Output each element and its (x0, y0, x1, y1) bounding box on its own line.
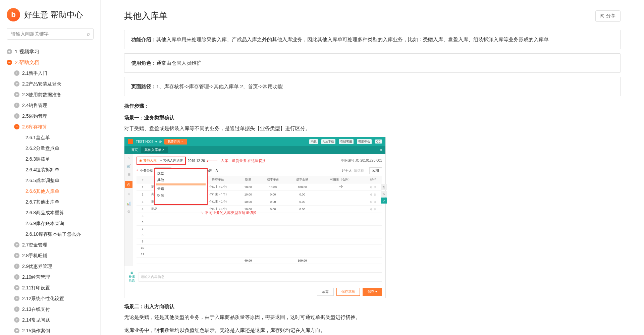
dropdown-icon: ▾ (155, 140, 157, 144)
plus-icon: + (14, 253, 19, 258)
scene1-text: 对于受赠、盘盈或是拆装入库等不同的业务，是通过单据头【业务类型】进行区分。 (124, 124, 621, 133)
nav-item[interactable]: +2.3使用前数据准备 (7, 89, 94, 100)
nav-item[interactable]: 2.6.7其他出库单 (7, 197, 94, 207)
stock-icon: ◷ (125, 181, 132, 188)
search-icon[interactable]: ⌕ (87, 31, 90, 37)
nav-label: 2.6.10库存账本错了怎么办 (25, 229, 81, 239)
nav-label: 2.7资金管理 (22, 239, 47, 250)
ss-dropdown: 盘盈 其他 受赠 拆装 (154, 168, 208, 205)
nav-label: 2.12系统个性化设置 (22, 293, 64, 304)
nav-item[interactable]: +2.4销售管理 (7, 100, 94, 111)
share-icon: ⇱ (600, 13, 604, 19)
box-icon: ⊞ (127, 172, 130, 177)
ss-note1: 入库、退货业务 在这里切换 (221, 158, 266, 163)
nav-item[interactable]: +2.1新手入门 (7, 68, 94, 78)
nav-item[interactable]: 2.6.6其他入库单 (7, 186, 94, 197)
nav-item[interactable]: 2.6.4组装拆卸单 (7, 164, 94, 175)
plus-icon: + (14, 70, 19, 76)
nav-label: 2.4销售管理 (22, 100, 47, 111)
home-icon: ⌂ (128, 156, 130, 160)
plus-icon: + (14, 81, 19, 87)
ss-right-tools: ⇅ ✎ ⤢ (381, 184, 387, 204)
nav-item[interactable]: +2.14常见问题 (7, 315, 94, 325)
nav-label: 2.6.4组装拆卸单 (25, 164, 59, 175)
ss-memo: 请输入内容信息 (139, 272, 382, 282)
plus-icon: + (14, 274, 19, 280)
nav-label: 2.6.5成本调整单 (25, 175, 59, 186)
money-icon: ￥ (127, 192, 131, 197)
ss-logo-icon (128, 139, 133, 144)
plus-icon: + (14, 92, 19, 97)
nav-item[interactable]: +2.10经营管理 (7, 272, 94, 282)
share-button[interactable]: ⇱ 分享 (595, 10, 621, 22)
ss-save-button: 保存 ▾ (363, 288, 382, 296)
role-box: 使用角色：通常由仓管人员维护 (124, 53, 621, 73)
nav-item[interactable]: +2.9优惠券管理 (7, 261, 94, 272)
nav-label: 2.9优惠券管理 (22, 261, 52, 272)
steps-label: 操作步骤： (124, 103, 621, 109)
minus-icon: − (14, 124, 19, 129)
nav-item[interactable]: +1.视频学习 (7, 46, 94, 57)
tool-icon-2: ✎ (381, 191, 387, 197)
ss-msg: 消息 (309, 139, 318, 144)
nav-item[interactable]: 2.6.10库存账本错了怎么办 (7, 229, 94, 239)
nav-item[interactable]: +2.8手机旺铺 (7, 250, 94, 261)
nav-item[interactable]: +2.12系统个性化设置 (7, 293, 94, 304)
nav-label: 2.6库存核算 (22, 121, 47, 132)
radio-return-icon: ○ 其他入库退库 (160, 158, 183, 163)
intro-text: 其他入库单用来处理除采购入库、产成品入库之外的其他入库业务，因此其他入库单可处理… (156, 37, 549, 42)
nav-tree: +1.视频学习−2.帮助文档+2.1新手入门+2.2产品安装及登录+2.3使用前… (7, 46, 94, 335)
plus-icon: + (14, 103, 19, 108)
scene2-text1: 无论是受赠，还是其他类型的业务，由于入库商品质量等原因，需要退回，这时可通过单据… (124, 313, 621, 322)
nav-item[interactable]: −2.帮助文档 (7, 57, 94, 68)
nav-item[interactable]: +2.5采购管理 (7, 111, 94, 121)
ss-date: 2019-12-26 (188, 159, 205, 163)
nav-item[interactable]: +2.11打印设置 (7, 282, 94, 293)
nav-item[interactable]: −2.6库存核算 (7, 121, 94, 132)
scene2-text2: 退库业务中，明细数量均以负值红色展示。无论是入库还是退库，库存账均记在入库方向。 (124, 326, 621, 335)
tool-icon-1: ⇅ (381, 184, 387, 190)
plus-icon: + (7, 49, 12, 54)
logo: b 好生意 帮助中心 (7, 8, 94, 21)
refresh-icon: ⟳ (159, 140, 162, 144)
nav-item[interactable]: +2.2产品安装及登录 (7, 78, 94, 89)
plus-icon: + (14, 317, 19, 323)
ss-total-qty: 40.00 (238, 258, 258, 264)
search-input[interactable] (7, 28, 94, 40)
nav-item[interactable]: 2.6.8商品成本重算 (7, 207, 94, 218)
nav-item[interactable]: +2.7资金管理 (7, 239, 94, 250)
nav-item[interactable]: 2.6.9库存账本查询 (7, 218, 94, 229)
scene2-title: 场景二：出入方向确认 (124, 303, 621, 310)
ss-app: App下载 (321, 139, 335, 144)
nav-label: 1.视频学习 (15, 46, 39, 57)
ss-total-amt: 100.00 (288, 258, 317, 264)
nav-label: 2.6.9库存账本查询 (25, 218, 64, 229)
ss-tab-home: 首页 (128, 147, 141, 153)
ss-apply-button: 应用 (369, 167, 382, 174)
nav-label: 2.11打印设置 (22, 282, 50, 293)
path-label: 页面路径： (131, 83, 156, 89)
logo-icon: b (7, 8, 20, 21)
nav-item[interactable]: 2.6.1盘点单 (7, 132, 94, 143)
nav-item[interactable]: +2.13在线支付 (7, 304, 94, 315)
ss-person-label: 经手人 (342, 168, 352, 173)
plus-icon: + (14, 285, 19, 290)
search-box: ⌕ (7, 28, 94, 40)
radio-in-icon: ◉ 其他入库 (139, 158, 157, 163)
ss-id-value: JC-20191226-001 (355, 159, 382, 162)
nav-label: 2.6.7其他出库单 (25, 197, 59, 207)
nav-label: 2.6.2分量盘点单 (25, 143, 59, 154)
ss-note2: 不同业务的入库类型在这里切换 (205, 211, 257, 215)
plus-icon: + (14, 113, 19, 119)
cart-icon: 🛒 (126, 164, 131, 168)
nav-label: 2.15操作案例 (22, 325, 50, 335)
nav-item[interactable]: 2.6.3调拨单 (7, 154, 94, 164)
nav-item[interactable]: +2.15操作案例 (7, 325, 94, 335)
dd-opt-1: 其他 (156, 177, 206, 183)
nav-item[interactable]: 2.6.2分量盘点单 (7, 143, 94, 154)
nav-label: 2.14常见问题 (22, 315, 50, 325)
nav-item[interactable]: 2.6.5成本调整单 (7, 175, 94, 186)
chart-icon: 📊 (126, 201, 131, 206)
dd-opt-4: 拆装 (156, 192, 206, 199)
nav-label: 2.6.3调拨单 (25, 154, 50, 164)
